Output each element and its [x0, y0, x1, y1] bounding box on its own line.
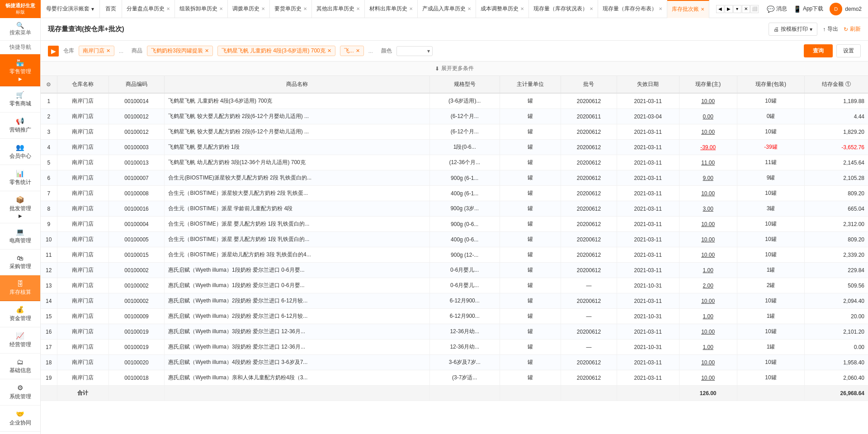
row-spec: 400g (0-6... [429, 232, 500, 247]
row-code: 00100008 [108, 186, 165, 201]
row-qty-main[interactable]: 10.00 [679, 217, 737, 232]
col-gear-icon[interactable]: ⚙ [46, 81, 51, 88]
tab-close-10[interactable]: ✕ [659, 6, 662, 11]
query-button[interactable]: 查询 [804, 44, 833, 57]
product-tag-2-remove[interactable]: ✕ [327, 48, 331, 54]
row-qty-main[interactable]: 0.00 [679, 109, 737, 124]
table-row: 16 南岸门店 00100019 惠氏启赋（Wyeth illuma）3段奶粉 … [41, 324, 868, 340]
tab-fenpan[interactable]: 分量盘点单历史✕ [122, 0, 175, 18]
tab-kucun-active[interactable]: 库存批次账✕ [667, 0, 709, 18]
settings-button[interactable]: 设置 [836, 44, 861, 57]
sidebar-item-marketing[interactable]: 📢 营销推广 [0, 113, 40, 139]
tab-qita[interactable]: 其他出库单历史✕ [312, 0, 365, 18]
message-button[interactable]: 💬 消息 [767, 5, 787, 13]
product-tag-3-remove[interactable]: ✕ [356, 48, 360, 54]
sidebar-item-retail[interactable]: 🏪 零售管理 ▶ [0, 54, 40, 86]
tab-chengben[interactable]: 成本调整单历史✕ [476, 0, 529, 18]
row-amount: 2,060.40 [805, 370, 868, 386]
product-tag-1-remove[interactable]: ✕ [205, 48, 209, 54]
expand-filters-button[interactable]: ⬇ 展开更多条件 [431, 63, 477, 74]
sidebar-item-ecom[interactable]: 💻 电商管理 [0, 223, 40, 250]
export-button[interactable]: ↑ 导出 [823, 25, 838, 33]
sidebar-item-collab[interactable]: 🤝 企业协同 [0, 406, 40, 432]
tab-close-7[interactable]: ✕ [467, 6, 471, 11]
tab-yaohuo[interactable]: 要货单历史✕ [270, 0, 312, 18]
sidebar-item-finance[interactable]: 💰 资金管理 [0, 301, 40, 327]
row-qty-main[interactable]: 10.00 [679, 247, 737, 263]
row-qty-main[interactable]: -39.00 [679, 140, 737, 155]
row-qty-main[interactable]: 10.00 [679, 186, 737, 201]
tab-diaob[interactable]: 调拨单历史✕ [228, 0, 270, 18]
col-settings-icon[interactable]: ⚙ [41, 76, 57, 93]
row-qty-main[interactable]: 11.00 [679, 155, 737, 170]
filter-toggle-button[interactable]: ▶ [48, 46, 59, 57]
search-menu-btn[interactable]: 🔍 搜索菜单 [0, 18, 40, 41]
row-qty-main[interactable]: 3.00 [679, 201, 737, 217]
row-qty-main[interactable]: 1.00 [679, 309, 737, 324]
tab-chengpin[interactable]: 产成品入库单历史✕ [418, 0, 476, 18]
row-qty-main[interactable]: 10.00 [679, 370, 737, 386]
row-qty-main[interactable]: 9.00 [679, 170, 737, 186]
wholesale-icon: 📦 [16, 196, 24, 204]
product-more-btn[interactable]: ... [368, 48, 373, 54]
warehouse-more-btn[interactable]: ... [119, 48, 123, 54]
tab-home[interactable]: 首页 [100, 0, 122, 18]
tab-close-8[interactable]: ✕ [520, 6, 524, 11]
tab-zuhe[interactable]: 组装拆卸单历史✕ [175, 0, 228, 18]
tab-close-9[interactable]: ✕ [590, 6, 593, 11]
row-batch: 20200612 [561, 247, 617, 263]
tab-close-6[interactable]: ✕ [409, 6, 413, 11]
sidebar-item-system[interactable]: ⚙ 系统管理 [0, 379, 40, 406]
print-button[interactable]: 🖨 按模板打印 ▾ [769, 23, 817, 36]
row-expire: 2021-03-11 [617, 217, 679, 232]
row-expire: 2021-03-11 [617, 247, 679, 263]
row-qty-main[interactable]: 10.00 [679, 124, 737, 140]
row-qty-main[interactable]: 10.00 [679, 324, 737, 340]
row-qty-main[interactable]: 1.00 [679, 340, 737, 355]
tab-close-2[interactable]: ✕ [219, 6, 223, 11]
row-spec: (6-12个月... [429, 124, 500, 140]
sidebar-item-purchase[interactable]: 🛍 采购管理 [0, 250, 40, 275]
table-row: 18 南岸门店 00100020 惠氏启赋（Wyeth illuma）4段奶粉 … [41, 355, 868, 370]
tab-close-active[interactable]: ✕ [701, 7, 704, 12]
warehouse-tag-remove[interactable]: ✕ [106, 48, 110, 54]
refresh-button[interactable]: ↻ 刷新 [844, 25, 861, 33]
row-qty-pack: 10罐 [737, 355, 804, 370]
tab-menu-button[interactable]: ▾ [733, 5, 741, 13]
sidebar-item-shop[interactable]: 🛒 零售商城 [0, 86, 40, 113]
tab-cailiao[interactable]: 材料出库单历史✕ [365, 0, 418, 18]
tab-maximize-button[interactable]: ⬜ [750, 5, 759, 13]
sidebar-item-ops[interactable]: 📈 经营管理 [0, 327, 40, 354]
sidebar-item-wholesale[interactable]: 📦 批发管理 ▶ [0, 191, 40, 223]
row-qty-main[interactable]: 10.00 [679, 93, 737, 109]
sidebar-item-base[interactable]: 🗂 基础信息 [0, 354, 40, 379]
row-name: 飞鹤星飞帆 婴儿配方奶粉 1段 [165, 140, 429, 155]
sidebar-item-inventory[interactable]: 🗄 库存核算 [0, 275, 40, 301]
app-download-button[interactable]: 📱 App下载 [793, 5, 823, 13]
tab-close-all-button[interactable]: ✕ [742, 5, 750, 13]
tab-close-5[interactable]: ✕ [356, 6, 360, 11]
row-qty-main[interactable]: 10.00 [679, 232, 737, 247]
sidebar-item-member[interactable]: 👥 会员中心 [0, 139, 40, 165]
tab-close-3[interactable]: ✕ [261, 6, 265, 11]
industry-selector[interactable]: 母婴行业演示账套 ▾ [41, 0, 100, 18]
tab-close-1[interactable]: ✕ [166, 6, 170, 11]
row-qty-main[interactable]: 10.00 [679, 355, 737, 370]
row-qty-main[interactable]: 2.00 [679, 278, 737, 293]
sidebar-item-guide[interactable]: 🧭 新手引导 [0, 432, 40, 434]
tab-xianzun1[interactable]: 现存量（库存状况表）✕ [529, 0, 598, 18]
tab-next-button[interactable]: ▶ [725, 5, 733, 13]
user-area[interactable]: D demo2 [830, 3, 862, 15]
row-qty-main[interactable]: 10.00 [679, 293, 737, 309]
color-select[interactable] [396, 46, 433, 56]
col-unit: 主计量单位 [500, 76, 561, 93]
tab-xianzun2[interactable]: 现存量（库存分布表）✕ [598, 0, 667, 18]
row-warehouse: 南岸门店 [57, 140, 108, 155]
tab-prev-button[interactable]: ◀ [716, 5, 724, 13]
tab-close-4[interactable]: ✕ [303, 6, 307, 11]
sidebar-item-stat[interactable]: 📊 零售统计 [0, 165, 40, 191]
logo-text: 畅捷通好生意 [5, 2, 35, 9]
quick-nav-btn[interactable]: 快捷导航 [0, 41, 40, 54]
row-batch: — [561, 340, 617, 355]
row-qty-main[interactable]: 1.00 [679, 263, 737, 278]
